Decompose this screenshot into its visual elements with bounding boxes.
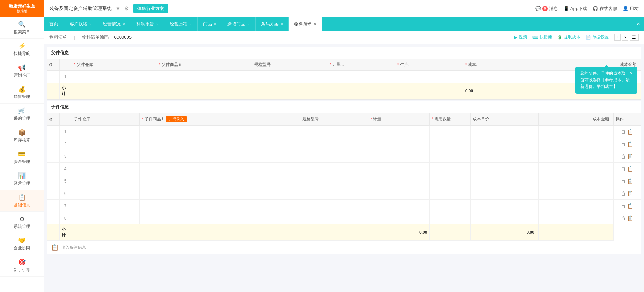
- message-item[interactable]: 💬 6 消息: [535, 5, 558, 12]
- child-qty-cell[interactable]: [430, 200, 471, 212]
- delete-icon[interactable]: 🗑: [621, 215, 626, 221]
- prev-button[interactable]: ‹: [614, 34, 620, 41]
- child-unit-cell[interactable]: [368, 163, 430, 175]
- tab-profit-close[interactable]: ×: [156, 22, 158, 26]
- shortcut-button[interactable]: ⌨ 快捷键: [532, 34, 552, 40]
- parent-spec-cell[interactable]: [252, 71, 327, 83]
- child-spec-cell[interactable]: [300, 138, 368, 150]
- get-cost-button[interactable]: 💲 提取成本: [557, 34, 580, 40]
- tab-goods-close[interactable]: ×: [214, 22, 216, 26]
- child-unit-cell[interactable]: [368, 212, 430, 224]
- copy-icon[interactable]: 📋: [627, 154, 633, 159]
- tab-barcode-close[interactable]: ×: [281, 22, 283, 26]
- online-service-item[interactable]: 🎧 在线客服: [593, 5, 617, 12]
- delete-icon[interactable]: 🗑: [621, 178, 626, 184]
- child-goods-cell[interactable]: [140, 175, 300, 187]
- child-unit-cell[interactable]: [368, 138, 430, 150]
- sidebar-item-system[interactable]: ⚙ 系统管理: [0, 212, 44, 233]
- child-goods-cell[interactable]: [140, 187, 300, 200]
- dropdown-icon[interactable]: ▼: [116, 6, 120, 11]
- delete-icon[interactable]: 🗑: [621, 203, 626, 209]
- child-unit-cost-cell[interactable]: [471, 187, 539, 200]
- child-qty-cell[interactable]: [430, 150, 471, 163]
- tab-bom-close[interactable]: ×: [314, 22, 316, 26]
- child-unit-cost-cell[interactable]: [471, 175, 539, 187]
- sidebar-item-marketing[interactable]: 📢 营销推广: [0, 60, 44, 82]
- list-view-button[interactable]: ☰: [630, 34, 639, 41]
- child-goods-cell[interactable]: [140, 163, 300, 175]
- child-unit-cell[interactable]: [368, 150, 430, 163]
- child-qty-cell[interactable]: [430, 175, 471, 187]
- tab-home[interactable]: 首页: [44, 17, 64, 31]
- child-goods-cell[interactable]: [140, 150, 300, 163]
- child-unit-cell[interactable]: [368, 187, 430, 200]
- parent-col-settings[interactable]: ⚙: [47, 59, 59, 71]
- delete-icon[interactable]: 🗑: [621, 191, 626, 196]
- child-warehouse-cell[interactable]: [72, 187, 140, 200]
- delete-icon[interactable]: 🗑: [621, 154, 626, 159]
- child-qty-cell[interactable]: [430, 212, 471, 224]
- child-qty-cell[interactable]: [430, 163, 471, 175]
- tab-profit[interactable]: 利润报告 ×: [131, 17, 164, 31]
- tab-barcode[interactable]: 条码方案 ×: [256, 17, 289, 31]
- child-col-settings[interactable]: ⚙: [47, 113, 59, 126]
- tab-operation-close[interactable]: ×: [123, 22, 125, 26]
- child-spec-cell[interactable]: [300, 187, 368, 200]
- tab-customer[interactable]: 客户联络 ×: [64, 17, 97, 31]
- child-warehouse-cell[interactable]: [72, 175, 140, 187]
- tab-history[interactable]: 经营历程 ×: [164, 17, 197, 31]
- tab-operation[interactable]: 经营情况 ×: [97, 17, 131, 31]
- child-spec-cell[interactable]: [300, 126, 368, 138]
- copy-icon[interactable]: 📋: [627, 129, 633, 135]
- child-warehouse-cell[interactable]: [72, 163, 140, 175]
- child-goods-cell[interactable]: [140, 138, 300, 150]
- child-unit-cell[interactable]: [368, 126, 430, 138]
- view-button[interactable]: ▶ 视频: [514, 34, 527, 40]
- copy-icon[interactable]: 📋: [627, 191, 633, 196]
- parent-production-cell[interactable]: [395, 71, 463, 83]
- copy-icon[interactable]: 📋: [627, 178, 633, 184]
- parent-goods-cell[interactable]: [157, 71, 252, 83]
- child-unit-cost-cell[interactable]: [471, 163, 539, 175]
- tab-new-goods-close[interactable]: ×: [247, 22, 249, 26]
- sidebar-item-quick-nav[interactable]: ⚡ 快捷导航: [0, 39, 44, 60]
- child-goods-cell[interactable]: [140, 212, 300, 224]
- close-all-button[interactable]: ×: [633, 21, 644, 27]
- copy-icon[interactable]: 📋: [627, 203, 633, 209]
- copy-icon[interactable]: 📋: [627, 141, 633, 147]
- experience-button[interactable]: 体验行业方案: [133, 4, 168, 13]
- sidebar-item-finance[interactable]: 💳 资金管理: [0, 147, 44, 168]
- parent-cost-cell[interactable]: [463, 71, 531, 83]
- child-spec-cell[interactable]: [300, 163, 368, 175]
- next-button[interactable]: ›: [622, 34, 628, 41]
- child-qty-cell[interactable]: [430, 126, 471, 138]
- sidebar-item-sales[interactable]: 💰 销售管理: [0, 82, 44, 104]
- sidebar-item-cooperation[interactable]: 🤝 企业协同: [0, 233, 44, 255]
- child-warehouse-cell[interactable]: [72, 138, 140, 150]
- sidebar-item-search[interactable]: 🔍 搜索菜单: [0, 17, 44, 39]
- tooltip-close-button[interactable]: ×: [630, 70, 632, 77]
- child-warehouse-cell[interactable]: [72, 200, 140, 212]
- tab-bom[interactable]: 物料清单 ×: [289, 17, 322, 31]
- parent-warehouse-cell[interactable]: [72, 71, 157, 83]
- child-qty-cell[interactable]: [430, 187, 471, 200]
- app-download-item[interactable]: 📱 App下载: [564, 5, 587, 12]
- child-warehouse-cell[interactable]: [72, 150, 140, 163]
- child-spec-cell[interactable]: [300, 212, 368, 224]
- sidebar-item-basic-info[interactable]: 📋 基础信息: [0, 190, 44, 212]
- child-goods-cell[interactable]: [140, 126, 300, 138]
- tab-goods[interactable]: 商品 ×: [198, 17, 222, 31]
- tab-new-goods[interactable]: 新增商品 ×: [222, 17, 255, 31]
- user-item[interactable]: 👤 用友: [623, 5, 639, 12]
- child-warehouse-cell[interactable]: [72, 126, 140, 138]
- child-spec-cell[interactable]: [300, 150, 368, 163]
- sidebar-item-operation[interactable]: 📊 经营管理: [0, 168, 44, 190]
- child-unit-cost-cell[interactable]: [471, 150, 539, 163]
- copy-icon[interactable]: 📋: [627, 215, 633, 221]
- tab-customer-close[interactable]: ×: [89, 22, 91, 26]
- child-spec-cell[interactable]: [300, 200, 368, 212]
- single-setting-button[interactable]: 📄 单据设置: [586, 34, 609, 40]
- scan-button[interactable]: 扫码录入: [166, 116, 187, 122]
- parent-unit-cell[interactable]: [327, 71, 395, 83]
- note-placeholder[interactable]: 输入备注信息: [61, 245, 86, 250]
